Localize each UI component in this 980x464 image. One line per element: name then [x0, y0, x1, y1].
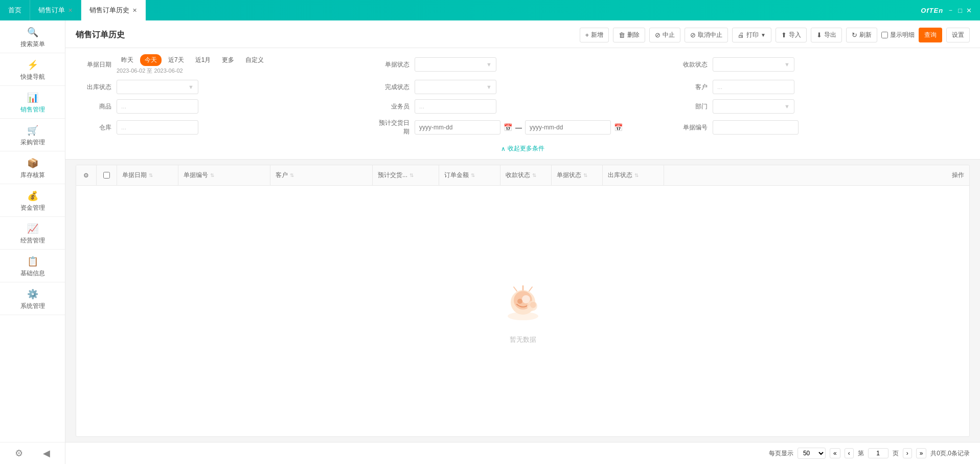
date-btn-more[interactable]: 更多 [217, 54, 239, 66]
out-status-arrow: ▼ [188, 84, 194, 90]
date-btn-today[interactable]: 今天 [140, 54, 162, 66]
customer-control: ... [713, 80, 970, 94]
print-button[interactable]: 🖨 打印 ▼ [732, 28, 771, 42]
bill-status-select[interactable]: ▼ [415, 57, 496, 72]
per-page-select[interactable]: 10 20 50 100 [797, 448, 826, 459]
select-all-checkbox[interactable] [103, 172, 110, 179]
goods-dots: ... [121, 103, 126, 110]
th-delivery[interactable]: 预计交货... ⇅ [373, 165, 439, 185]
date-btn-custom[interactable]: 自定义 [241, 54, 268, 66]
warehouse-input[interactable]: ... [117, 120, 198, 135]
receipt-status-select[interactable]: ▼ [713, 57, 794, 72]
date-btn-1month[interactable]: 近1月 [191, 54, 216, 66]
tab-sales-order[interactable]: 销售订单 ✕ [30, 0, 81, 20]
delivery-date-end[interactable] [525, 120, 611, 135]
receipt-status-control: ▼ [713, 57, 970, 72]
date-section: 昨天 今天 近7天 近1月 更多 自定义 2023-06-02 至 2023-0… [117, 54, 268, 75]
topbar-minimize[interactable]: － [947, 6, 954, 15]
tab-sales-order-history[interactable]: 销售订单历史 ✕ [81, 0, 146, 20]
topbar-close[interactable]: ✕ [966, 7, 972, 14]
search-menu-icon: 🔍 [27, 27, 38, 38]
complete-status-select[interactable]: ▼ [415, 80, 496, 94]
page-number-input[interactable] [868, 448, 888, 458]
sidebar-expand-icon[interactable]: ◀ [43, 448, 50, 459]
th-customer[interactable]: 客户 ⇅ [270, 165, 373, 185]
new-button[interactable]: + 新增 [580, 28, 609, 42]
sidebar-item-purchase-mgmt[interactable]: 🛒 采购管理 [0, 119, 65, 151]
delivery-date-label: 预计交货日期 [374, 119, 415, 136]
th-checkbox[interactable] [97, 165, 117, 185]
sidebar-item-finance-mgmt[interactable]: 💰 资金管理 [0, 184, 65, 217]
settings-gear-icon[interactable]: ⚙ [83, 172, 89, 179]
complete-status-arrow: ▼ [486, 84, 492, 90]
delivery-date-start[interactable] [415, 120, 500, 135]
th-ops: 操作 [664, 165, 969, 185]
dept-label: 部门 [672, 102, 713, 111]
delete-button[interactable]: 🗑 删除 [613, 28, 645, 42]
first-page-btn[interactable]: « [830, 448, 840, 458]
out-status-select[interactable]: ▼ [117, 80, 198, 94]
th-date[interactable]: 单据日期 ⇅ [117, 165, 178, 185]
dept-select[interactable]: ▼ [713, 99, 794, 114]
sort-customer-icon: ⇅ [290, 172, 294, 178]
sidebar-item-inventory-calc[interactable]: 📦 库存核算 [0, 151, 65, 184]
sidebar-item-quick-nav[interactable]: ⚡ 快捷导航 [0, 53, 65, 86]
sort-date-icon: ⇅ [149, 172, 153, 178]
th-receipt[interactable]: 收款状态 ⇅ [500, 165, 552, 185]
stop-button[interactable]: ⊘ 中止 [649, 28, 680, 42]
display-detail-checkbox[interactable]: 显示明细 [881, 31, 915, 39]
goods-input[interactable]: ... [117, 99, 198, 114]
tab-sales-order-history-close[interactable]: ✕ [132, 7, 137, 14]
cancel-stop-button[interactable]: ⊘ 取消中止 [685, 28, 728, 42]
sidebar-item-basic-info[interactable]: 📋 基础信息 [0, 250, 65, 282]
date-btns: 昨天 今天 近7天 近1月 更多 自定义 [117, 54, 268, 66]
svg-point-4 [517, 299, 522, 304]
settings-button[interactable]: 设置 [946, 28, 970, 42]
date-btn-yesterday[interactable]: 昨天 [117, 54, 138, 66]
th-amount[interactable]: 订单金额 ⇅ [439, 165, 500, 185]
sidebar-item-ops-mgmt[interactable]: 📈 经营管理 [0, 217, 65, 250]
last-page-btn[interactable]: » [916, 448, 927, 458]
receipt-status-label: 收款状态 [672, 60, 713, 69]
calendar-end-icon[interactable]: 📅 [614, 123, 623, 131]
sidebar: 🔍 搜索菜单 ⚡ 快捷导航 📊 销售管理 🛒 采购管理 📦 库存核算 💰 资金管… [0, 20, 65, 464]
page-header: 销售订单历史 + 新增 🗑 删除 ⊘ 中止 ⊘ 取消中止 [65, 20, 980, 48]
th-status[interactable]: 单据状态 ⇅ [552, 165, 603, 185]
total-label: 共0页,0条记录 [930, 449, 970, 458]
collapse-link[interactable]: ∧ 收起更多条件 [76, 141, 970, 153]
bill-no-input[interactable] [713, 120, 799, 135]
svg-point-9 [530, 302, 536, 308]
tab-home[interactable]: 首页 [0, 0, 30, 20]
salesman-control: ... [415, 99, 672, 114]
export-button[interactable]: ⬇ 导出 [811, 28, 842, 42]
query-button[interactable]: 查询 [919, 28, 942, 42]
th-billno[interactable]: 单据编号 ⇅ [178, 165, 270, 185]
sidebar-item-label: 经营管理 [20, 236, 45, 245]
date-btn-7days[interactable]: 近7天 [164, 54, 189, 66]
topbar-maximize[interactable]: □ [958, 7, 962, 14]
tab-sales-order-close[interactable]: ✕ [68, 7, 73, 14]
sidebar-item-sys-mgmt[interactable]: ⚙️ 系统管理 [0, 282, 65, 315]
salesman-input[interactable]: ... [415, 99, 496, 114]
th-outbound[interactable]: 出库状态 ⇅ [603, 165, 664, 185]
sidebar-item-label: 搜索菜单 [20, 40, 45, 49]
salesman-label: 业务员 [374, 102, 415, 111]
prev-page-btn[interactable]: ‹ [845, 448, 854, 458]
sidebar-item-sales-mgmt[interactable]: 📊 销售管理 [0, 86, 65, 119]
import-button[interactable]: ⬆ 导入 [776, 28, 807, 42]
calendar-start-icon[interactable]: 📅 [504, 123, 512, 131]
customer-input[interactable]: ... [713, 80, 794, 94]
goods-label: 商品 [76, 102, 117, 111]
brand-label: OfTEn [921, 7, 943, 14]
date-control: 昨天 今天 近7天 近1月 更多 自定义 2023-06-02 至 2023-0… [117, 54, 374, 75]
sidebar-settings-icon[interactable]: ⚙ [15, 448, 23, 459]
sales-mgmt-icon: 📊 [27, 92, 38, 103]
display-detail-input[interactable] [881, 32, 888, 38]
date-range-display: 2023-06-02 至 2023-06-02 [117, 67, 183, 75]
top-bar-right: OfTEn － □ ✕ [921, 6, 980, 15]
sidebar-item-search-menu[interactable]: 🔍 搜索菜单 [0, 20, 65, 53]
receipt-status-arrow: ▼ [784, 61, 790, 68]
refresh-button[interactable]: ↻ 刷新 [846, 28, 877, 42]
th-settings[interactable]: ⚙ [76, 165, 97, 185]
next-page-btn[interactable]: › [903, 448, 912, 458]
